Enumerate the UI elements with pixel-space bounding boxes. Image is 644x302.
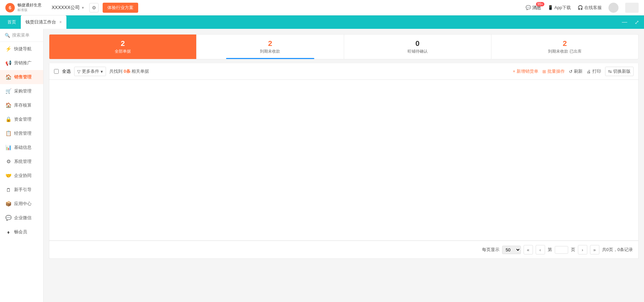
operations-icon: 📋 [5,130,11,136]
message-badge: 99+ [536,2,544,6]
switch-version-button[interactable]: ⇆ 切换新版 [605,67,634,76]
batch-label: 批量操作 [547,68,565,74]
sidebar-item-label: 快捷导航 [14,46,32,52]
stat-label-shipped: 到期未收款 已出库 [498,49,632,54]
sidebar-item-system[interactable]: ⚙ 系统管理 [0,155,43,169]
sidebar-item-label: 销售管理 [14,74,32,80]
sidebar-item-sales[interactable]: 🏠 销售管理 [0,70,43,84]
refresh-button[interactable]: ↺ 刷新 [569,68,583,74]
sidebar-item-enterprise[interactable]: 🤝 企业协同 [0,169,43,183]
header-right: 💬 消息 99+ 📱 App下载 🎧 在线客服 [526,3,639,13]
stat-label-overdue: 到期未收款 [203,49,337,54]
avatar[interactable] [608,3,619,13]
message-button[interactable]: 💬 消息 99+ [526,5,541,11]
message-icon: 💬 [526,5,531,10]
found-suffix: 相关单据 [131,69,149,74]
sidebar-item-label: 新手引导 [14,187,32,193]
top-header: 6 畅捷通好生意 标准版 XXXXXX公司 ▾ ⚙ 体验行业方案 💬 消息 99… [0,0,644,15]
first-page-button[interactable]: « [524,245,533,254]
sidebar-item-quick-nav[interactable]: ⚡ 快捷导航 [0,42,43,56]
sidebar: 🔍 搜索菜单 ⚡ 快捷导航 📢 营销推广 🏠 销售管理 🛒 采购管理 🏠 库存核… [0,29,44,302]
guide-icon: 🗒 [5,187,11,193]
table-area [49,80,639,241]
batch-icon: ⊞ [542,69,546,74]
stats-cards: 2 全部单据 2 到期未收款 0 旺铺待确认 2 到期未收款 已出库 [49,34,639,59]
sidebar-item-inventory[interactable]: 🏠 库存核算 [0,98,43,112]
stat-label-pending: 旺铺待确认 [351,49,484,54]
sidebar-item-basic-info[interactable]: 📊 基础信息 [0,140,43,155]
tab-workbench[interactable]: 钱货日清工作台 × [21,15,66,29]
sidebar-item-guide[interactable]: 🗒 新手引导 [0,183,43,197]
sidebar-item-label: 系统管理 [14,159,32,165]
sidebar-item-label: 企业协同 [14,173,32,179]
tab-bar: 首页 钱货日清工作台 × — ⤢ [0,15,644,29]
tab-home-label: 首页 [7,19,16,25]
last-page-button[interactable]: » [590,245,599,254]
print-icon: 🖨 [587,69,591,74]
toolbar-right: + 新增销货单 ⊞ 批量操作 ↺ 刷新 🖨 打印 ⇆ 切换新版 [513,67,634,76]
sidebar-item-marketing[interactable]: 📢 营销推广 [0,56,43,70]
sidebar-item-label: 经营管理 [14,130,32,136]
toolbar: 全选 ▽ 更多条件 ▾ 共找到 0条 相关单据 + 新增销货单 ⊞ 批量操作 ↺… [49,63,639,80]
page-label: 第 [548,247,552,253]
batch-operation-button[interactable]: ⊞ 批量操作 [542,68,565,74]
basic-info-icon: 📊 [5,144,11,150]
add-sale-button[interactable]: + 新增销货单 [513,68,538,74]
company-selector[interactable]: XXXXXX公司 ▾ [52,5,84,11]
per-page-select[interactable]: 50 100 200 [502,246,521,254]
refresh-label: 刷新 [574,68,583,74]
switch-label: 切换新版 [613,68,631,74]
marketing-icon: 📢 [5,60,11,66]
app-download-button[interactable]: 📱 App下载 [548,5,571,11]
stat-number-overdue: 2 [203,39,337,48]
service-icon: 🎧 [578,5,583,10]
stat-card-pending[interactable]: 0 旺铺待确认 [344,35,491,59]
stat-card-all[interactable]: 2 全部单据 [49,35,197,59]
sidebar-item-label: 营销推广 [14,60,32,66]
stat-card-shipped[interactable]: 2 到期未收款 已出库 [491,35,638,59]
tab-close-icon[interactable]: × [59,20,62,24]
quick-nav-icon: ⚡ [5,46,11,52]
tab-minimize-btn[interactable]: — [620,17,629,27]
purchase-icon: 🛒 [5,88,11,94]
per-page-label: 每页显示 [482,247,499,253]
main-content: 2 全部单据 2 到期未收款 0 旺铺待确认 2 到期未收款 已出库 全选 ▽ … [44,29,644,302]
stat-underline [226,58,314,59]
tab-home[interactable]: 首页 [3,15,21,29]
app-label: App下载 [554,5,571,11]
sidebar-item-purchase[interactable]: 🛒 采购管理 [0,84,43,98]
select-all-checkbox[interactable] [54,69,59,74]
print-label: 打印 [592,68,601,74]
settings-icon[interactable]: ⚙ [89,3,99,12]
page-input[interactable]: 1 [555,246,568,254]
filter-button[interactable]: ▽ 更多条件 ▾ [74,67,106,76]
sidebar-item-operations[interactable]: 📋 经营管理 [0,126,43,140]
header-middle: ⚙ 体验行业方案 [84,3,526,13]
sidebar-item-label: 库存核算 [14,102,32,108]
logo-text: 畅捷通好生意 [17,3,42,8]
stat-number-pending: 0 [351,39,484,48]
sidebar-item-app-center[interactable]: 📦 应用中心 [0,197,43,211]
found-text: 共找到 0条 相关单据 [109,68,149,74]
trial-button[interactable]: 体验行业方案 [103,3,138,13]
company-name: XXXXXX公司 [52,5,80,11]
print-button[interactable]: 🖨 打印 [587,68,601,74]
tab-maximize-btn[interactable]: ⤢ [632,17,641,27]
found-count: 0条 [124,69,130,74]
sidebar-search[interactable]: 🔍 搜索菜单 [0,29,43,42]
sidebar-item-label: 企业微信 [14,215,32,221]
finance-icon: 🔒 [5,116,11,122]
stat-card-overdue[interactable]: 2 到期未收款 [197,35,344,59]
sidebar-item-member[interactable]: ♦ 畅会员 [0,225,43,239]
prev-page-button[interactable]: ‹ [536,245,545,254]
online-service-button[interactable]: 🎧 在线客服 [578,5,602,11]
sidebar-item-wechat[interactable]: 💬 企业微信 [0,211,43,225]
sales-icon: 🏠 [5,74,11,80]
next-page-button[interactable]: › [578,245,587,254]
app-center-icon: 📦 [5,201,11,207]
stat-number-shipped: 2 [498,39,632,48]
switch-icon: ⇆ [608,69,612,74]
sidebar-item-finance[interactable]: 🔒 资金管理 [0,112,43,126]
user-menu[interactable] [625,3,639,13]
enterprise-icon: 🤝 [5,173,11,179]
